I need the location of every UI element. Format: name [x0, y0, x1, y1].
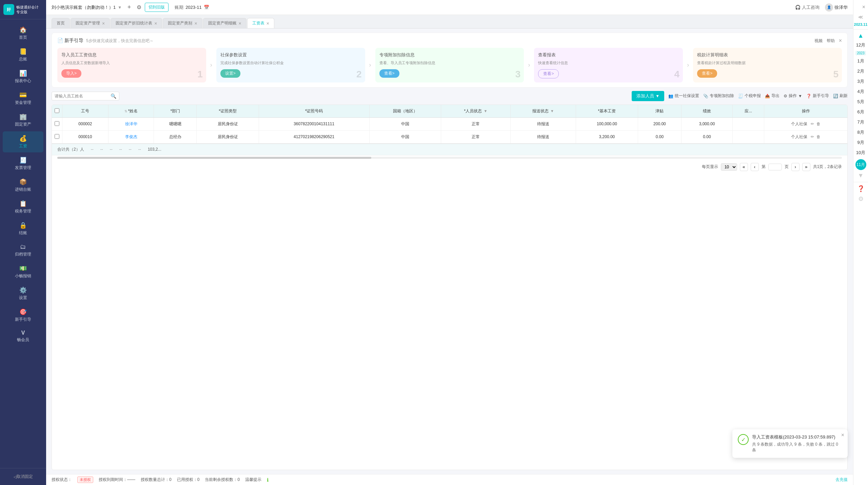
- scrollbar-thumb[interactable]: [57, 157, 371, 159]
- right-panel-settings-icon[interactable]: ⚙: [858, 195, 864, 203]
- month-11-active[interactable]: 11月: [855, 159, 866, 170]
- step3-view-button[interactable]: 查看>: [379, 69, 399, 78]
- tab-asset-detail-close-icon[interactable]: ×: [239, 21, 241, 26]
- report-status-filter-icon[interactable]: ▼: [550, 109, 554, 113]
- sidebar-item-expense[interactable]: 💵 小畅报销: [3, 261, 43, 282]
- next-page-button[interactable]: ›: [791, 163, 800, 171]
- tab-fixed-assets-close-icon[interactable]: ×: [102, 21, 105, 26]
- prev-page-button[interactable]: ‹: [751, 163, 759, 171]
- step3-desc: 查看、导入员工专项附加扣除信息: [379, 60, 520, 66]
- row1-name-link[interactable]: 徐泽华: [125, 122, 137, 126]
- sort-icon[interactable]: ⇅: [124, 109, 127, 113]
- row1-edit-icon[interactable]: ✏: [811, 122, 814, 126]
- month-1[interactable]: 1月: [855, 57, 867, 66]
- deactivate-button[interactable]: 去充值: [835, 477, 848, 483]
- payroll-icon: 💰: [19, 135, 27, 142]
- first-page-button[interactable]: «: [740, 163, 748, 171]
- social-insurance-action[interactable]: 👥 统一社保设置: [668, 93, 699, 99]
- pin-icon: ◁: [14, 474, 17, 479]
- per-page-select[interactable]: 10 20 50: [721, 163, 737, 171]
- row2-social-insurance-btn[interactable]: 个人社保: [791, 134, 807, 140]
- last-page-button[interactable]: »: [802, 163, 810, 171]
- sidebar-item-archive[interactable]: 🗂 归档管理: [3, 240, 43, 261]
- month-4[interactable]: 4月: [855, 87, 867, 96]
- refresh-action[interactable]: 🔄 刷新: [833, 93, 848, 99]
- right-panel-expand-icon[interactable]: ≪: [857, 13, 865, 21]
- right-panel-help-icon[interactable]: ❓: [857, 185, 865, 192]
- sidebar-item-assets[interactable]: 🏢 固定资产: [3, 110, 43, 131]
- month-12[interactable]: 12月: [855, 41, 867, 50]
- video-link[interactable]: 视频: [814, 38, 823, 44]
- month-3[interactable]: 3月: [855, 77, 867, 86]
- step1-import-button[interactable]: 导入>: [61, 69, 81, 78]
- tab-payroll[interactable]: 工资表 ×: [247, 18, 274, 28]
- step2-set-button[interactable]: 设置>: [220, 69, 240, 78]
- row2-delete-icon[interactable]: 🗑: [816, 134, 821, 139]
- switch-old-version-button[interactable]: 切到旧版: [145, 3, 169, 12]
- sidebar-item-closing[interactable]: 🔒 结账: [3, 218, 43, 239]
- help-link[interactable]: 帮助: [827, 38, 835, 44]
- status-filter-icon[interactable]: ▼: [484, 109, 488, 113]
- settings-gear-icon[interactable]: ⚙: [137, 4, 141, 11]
- tax-filing-action[interactable]: 🧾 个税申报: [738, 93, 761, 99]
- month-10[interactable]: 10月: [855, 148, 867, 157]
- step5-view-button[interactable]: 查看>: [697, 69, 717, 78]
- tab-asset-detail[interactable]: 固定资产明细账 ×: [203, 18, 246, 28]
- export-action[interactable]: 📤 导出: [765, 93, 780, 99]
- account-selector[interactable]: 刘小艳演示账套（勿删勿动！）1 ▼: [52, 4, 122, 11]
- add-person-button[interactable]: 添加人员 ▼: [632, 91, 664, 101]
- row1-social-insurance-btn[interactable]: 个人社保: [791, 121, 807, 127]
- deduction-action[interactable]: 📎 专项附加扣除: [703, 93, 734, 99]
- year-nav-down-icon[interactable]: ▼: [858, 172, 864, 179]
- row2-edit-icon[interactable]: ✏: [811, 134, 814, 139]
- row1-checkbox[interactable]: [55, 121, 59, 126]
- tab-asset-category[interactable]: 固定资产类别 ×: [163, 18, 202, 28]
- page-number-input[interactable]: 1: [768, 164, 782, 170]
- guide-close-button[interactable]: ×: [839, 38, 842, 44]
- operations-action[interactable]: ⚙ 操作 ▼: [784, 93, 802, 99]
- step4-view-button[interactable]: 查看>: [538, 69, 559, 78]
- tab-depreciation[interactable]: 固定资产折旧统计表 ×: [111, 18, 162, 28]
- search-input[interactable]: [55, 94, 108, 98]
- row1-delete-icon[interactable]: 🗑: [816, 122, 821, 126]
- user-menu[interactable]: 👤 徐泽华: [825, 3, 848, 12]
- sidebar-item-reports[interactable]: 📊 报表中心: [3, 66, 43, 87]
- col-report-status: 报送状态 ▼: [510, 105, 576, 118]
- month-7[interactable]: 7月: [855, 118, 867, 127]
- sidebar-item-member[interactable]: V 畅会员: [3, 327, 43, 346]
- sidebar-item-tax[interactable]: 📋 税务管理: [3, 197, 43, 218]
- service-button[interactable]: 🎧 人工咨询: [795, 4, 820, 11]
- month-5[interactable]: 5月: [855, 97, 867, 106]
- sidebar-item-funds[interactable]: 💳 资金管理: [3, 88, 43, 109]
- sidebar-item-payroll[interactable]: 💰 工资: [3, 131, 43, 152]
- period-value[interactable]: 2023-11: [185, 5, 202, 10]
- tab-asset-category-close-icon[interactable]: ×: [194, 21, 197, 26]
- add-account-button[interactable]: +: [125, 3, 133, 12]
- tab-home[interactable]: 首页: [52, 18, 70, 28]
- sidebar-item-inventory[interactable]: 📦 进销台账: [3, 175, 43, 196]
- sidebar-item-home[interactable]: 🏠 首页: [3, 23, 43, 44]
- month-8[interactable]: 8月: [855, 128, 867, 137]
- pin-button[interactable]: ◁ 取消固定: [3, 471, 43, 482]
- row1-operation: 个人社保 ✏ 🗑: [764, 117, 847, 130]
- tab-fixed-assets[interactable]: 固定资产管理 ×: [71, 18, 110, 28]
- row2-name-link[interactable]: 李俊杰: [125, 134, 137, 139]
- tab-payroll-close-icon[interactable]: ×: [267, 21, 269, 26]
- select-all-checkbox[interactable]: [55, 108, 59, 113]
- month-9[interactable]: 9月: [855, 138, 867, 147]
- sidebar-item-ledger[interactable]: 📒 总账: [3, 44, 43, 66]
- sidebar-item-settings[interactable]: ⚙️ 设置: [3, 283, 43, 304]
- calendar-icon[interactable]: 📅: [204, 5, 209, 10]
- tab-depreciation-close-icon[interactable]: ×: [154, 21, 157, 26]
- guide-action[interactable]: ❓ 新手引导: [806, 93, 829, 99]
- row2-checkbox[interactable]: [55, 134, 59, 139]
- right-panel-close-button[interactable]: ×: [860, 3, 868, 12]
- month-2[interactable]: 2月: [855, 67, 867, 76]
- sidebar-item-guide[interactable]: 🎯 新手引导: [3, 305, 43, 326]
- sidebar-item-invoicing[interactable]: 🧾 发票管理: [3, 153, 43, 174]
- remaining-label: 当前剩余授权数：0: [205, 477, 240, 483]
- year-nav-up-icon[interactable]: ▲: [858, 32, 864, 39]
- toast-close-button[interactable]: ×: [841, 432, 844, 438]
- month-6[interactable]: 6月: [855, 108, 867, 116]
- horizontal-scrollbar[interactable]: [57, 157, 842, 159]
